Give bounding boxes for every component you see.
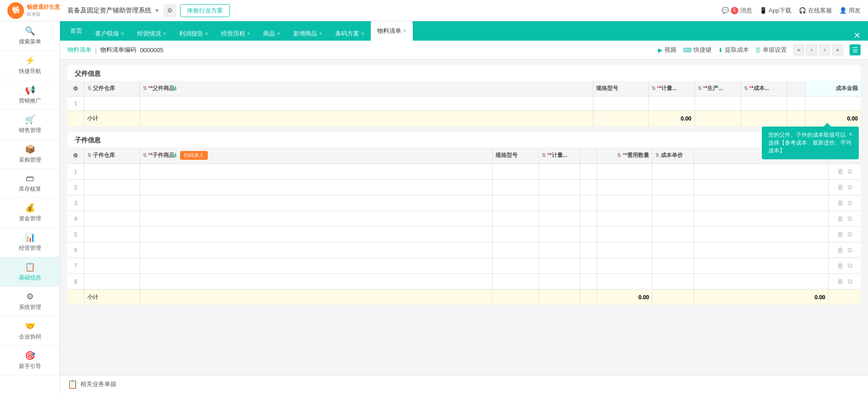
parent-subtotal-row: 小计 0.00 0.00 bbox=[67, 111, 861, 127]
sidebar-guide-label: 新手引导 bbox=[19, 363, 41, 370]
gear-button[interactable]: ⚙ bbox=[163, 4, 176, 17]
delete-icon[interactable]: 🗑 bbox=[837, 230, 844, 238]
delete-icon[interactable]: 🗑 bbox=[837, 168, 844, 175]
child-subtotal-row: 小计 0.00 0.00 bbox=[67, 290, 861, 305]
copy-icon[interactable]: ⧉ bbox=[848, 168, 852, 175]
trial-button[interactable]: 体验行业方案 bbox=[180, 4, 230, 17]
copy-icon[interactable]: ⧉ bbox=[848, 278, 852, 285]
delete-icon[interactable]: 🗑 bbox=[837, 215, 844, 222]
sidebar-search-label: 搜索菜单 bbox=[19, 38, 41, 46]
online-service[interactable]: 🎧 在线客服 bbox=[799, 6, 832, 15]
sidebar-item-collab[interactable]: 🤝 企业协同 bbox=[0, 316, 60, 346]
logo-text: 畅捷通好生意 bbox=[27, 3, 60, 11]
tab-home[interactable]: 首页 bbox=[64, 21, 89, 41]
sidebar-item-quicknav[interactable]: ⚡ 快捷导航 bbox=[0, 51, 60, 80]
tab-bom-close[interactable]: × bbox=[403, 28, 406, 34]
message-item[interactable]: 💬 6 消息 bbox=[722, 6, 752, 15]
single-setting-icon: ☰ bbox=[755, 47, 761, 54]
parent-section-title: 父件信息 bbox=[67, 65, 861, 81]
sidebar-item-search[interactable]: 🔍 搜索菜单 bbox=[0, 21, 60, 51]
sidebar-finance-label: 资金管理 bbox=[19, 215, 41, 223]
copy-icon[interactable]: ⧉ bbox=[848, 262, 852, 269]
tab-goods-close[interactable]: × bbox=[277, 30, 280, 37]
tab-barcode-close[interactable]: × bbox=[361, 30, 364, 37]
tab-bom[interactable]: 物料清单 × bbox=[371, 21, 413, 41]
breadcrumb-child: 物料清单编码 bbox=[100, 46, 136, 54]
tab-operations[interactable]: 经营情况 × bbox=[131, 27, 173, 41]
sidebar-item-guide[interactable]: 🎯 新手引导 bbox=[0, 346, 60, 375]
tab-close-all[interactable]: ✕ bbox=[850, 30, 864, 41]
sidebar-basic-label: 基础信息 bbox=[19, 274, 41, 282]
guide-icon: 🎯 bbox=[25, 351, 35, 361]
sys-title-arrow[interactable]: ▼ bbox=[154, 7, 160, 14]
tab-customer-close[interactable]: × bbox=[121, 30, 124, 37]
view-label: 视频 bbox=[664, 46, 676, 54]
extract-icon: ⬇ bbox=[718, 47, 723, 54]
app-download[interactable]: 📱 App下载 bbox=[760, 6, 791, 15]
delete-icon[interactable]: 🗑 bbox=[837, 199, 844, 206]
sidebar-item-basic[interactable]: 📋 基础信息 bbox=[0, 257, 60, 287]
copy-icon[interactable]: ⧉ bbox=[848, 230, 852, 238]
bottom-icon[interactable]: 📋 bbox=[67, 379, 78, 389]
copy-icon[interactable]: ⧉ bbox=[848, 215, 852, 222]
copy-icon[interactable]: ⧉ bbox=[848, 199, 852, 206]
sidebar: 🔍 搜索菜单 ⚡ 快捷导航 📢 营销推广 🛒 销售管理 📦 采购管理 🗃 库存核… bbox=[0, 21, 60, 393]
parent-col-amount: 成本金额 bbox=[805, 81, 861, 97]
tab-customer[interactable]: 客户联络 × bbox=[89, 27, 131, 41]
scroll-area: × 您的父件、子件的成本取值可以选择【参考成本、最新进价、平均成本】 父件信息 … bbox=[60, 60, 868, 375]
sidebar-marketing-label: 营销推广 bbox=[19, 97, 41, 105]
parent-col-cost: ⇅ **成本... bbox=[741, 81, 787, 97]
delete-icon[interactable]: 🗑 bbox=[837, 278, 844, 285]
child-col-spec: 规格型号 bbox=[493, 147, 539, 164]
child-row-2: 2 🗑 ⧉ bbox=[67, 180, 861, 195]
sidebar-item-management[interactable]: 📊 经营管理 bbox=[0, 228, 60, 257]
sidebar-item-marketing[interactable]: 📢 营销推广 bbox=[0, 80, 60, 110]
view-action[interactable]: ▶ 视频 bbox=[658, 46, 676, 54]
extract-cost-action[interactable]: ⬇ 提取成本 bbox=[718, 46, 749, 54]
tab-barcode-label: 条码方案 bbox=[335, 30, 359, 38]
tab-profit[interactable]: 利润报告 × bbox=[173, 27, 215, 41]
sidebar-item-finance[interactable]: 💰 资金管理 bbox=[0, 198, 60, 228]
nav-prev[interactable]: ‹ bbox=[806, 44, 817, 55]
tab-bar: 首页 客户联络 × 经营情况 × 利润报告 × 经营历程 × 商品 × bbox=[60, 21, 868, 41]
delete-icon[interactable]: 🗑 bbox=[837, 183, 844, 191]
logo-sub: 标准版 bbox=[27, 11, 60, 18]
nav-next[interactable]: › bbox=[819, 44, 830, 55]
management-icon: 📊 bbox=[25, 232, 35, 242]
child-col-settings[interactable]: ⚙ bbox=[67, 147, 84, 164]
child-col-qty: ⇅ **需用数量 bbox=[597, 147, 652, 164]
marketing-icon: 📢 bbox=[25, 85, 35, 95]
tab-history-close[interactable]: × bbox=[247, 30, 250, 37]
user-area[interactable]: 👤 用友 bbox=[839, 6, 861, 15]
tab-profit-close[interactable]: × bbox=[205, 30, 208, 37]
tab-operations-close[interactable]: × bbox=[163, 30, 166, 37]
sidebar-item-sales[interactable]: 🛒 销售管理 bbox=[0, 110, 60, 139]
shortcut-action[interactable]: ⌨ 快捷键 bbox=[683, 46, 711, 54]
nav-first[interactable]: « bbox=[793, 44, 804, 55]
breadcrumb-parent[interactable]: 物料清单 bbox=[67, 46, 91, 54]
message-label: 消息 bbox=[740, 6, 752, 15]
parent-col-settings[interactable]: ⚙ bbox=[67, 81, 84, 97]
nav-last[interactable]: » bbox=[832, 44, 843, 55]
sidebar-item-system[interactable]: ⚙ 系统管理 bbox=[0, 287, 60, 316]
tab-barcode[interactable]: 条码方案 × bbox=[329, 27, 371, 41]
tab-history[interactable]: 经营历程 × bbox=[215, 27, 257, 41]
sidebar-item-purchase[interactable]: 📦 采购管理 bbox=[0, 139, 60, 169]
tab-goods[interactable]: 商品 × bbox=[257, 27, 287, 41]
tab-newgoods-close[interactable]: × bbox=[319, 30, 322, 37]
tab-newgoods[interactable]: 新增商品 × bbox=[287, 27, 329, 41]
app-download-label: App下载 bbox=[769, 6, 791, 15]
child-col-price: ⇅ 成本单价 bbox=[652, 147, 694, 164]
tooltip-close-btn[interactable]: × bbox=[849, 131, 852, 138]
sidebar-quicknav-label: 快捷导航 bbox=[19, 67, 41, 75]
single-setting-action[interactable]: ☰ 单据设置 bbox=[755, 46, 787, 54]
grid-view-btn[interactable]: ☰ bbox=[850, 44, 861, 55]
sidebar-inventory-label: 库存核算 bbox=[19, 185, 41, 193]
delete-icon[interactable]: 🗑 bbox=[837, 262, 844, 269]
copy-icon[interactable]: ⧉ bbox=[848, 246, 852, 254]
sales-icon: 🛒 bbox=[25, 115, 35, 125]
sidebar-item-inventory[interactable]: 🗃 库存核算 bbox=[0, 169, 60, 198]
delete-icon[interactable]: 🗑 bbox=[837, 246, 844, 254]
scan-input-button[interactable]: 扫码录入 bbox=[180, 151, 208, 160]
copy-icon[interactable]: ⧉ bbox=[848, 183, 852, 191]
